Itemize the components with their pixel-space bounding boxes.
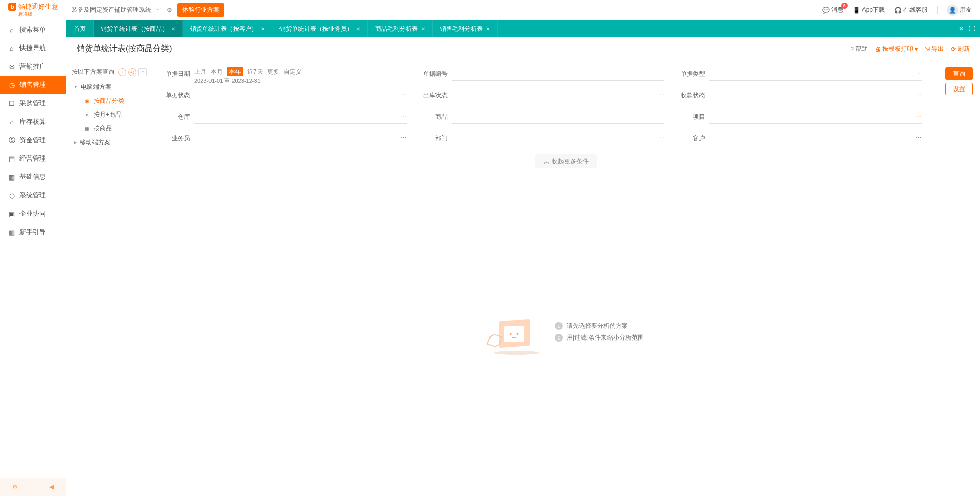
- messages-button[interactable]: 💬 消息 6: [822, 6, 844, 14]
- settings-button[interactable]: 设置: [945, 83, 973, 95]
- sidebar-item-5[interactable]: ⌂库存核算: [0, 112, 66, 131]
- scheme-item-0-2[interactable]: ▦按商品: [72, 122, 147, 136]
- filter-input[interactable]: ···: [194, 110, 407, 124]
- filter-label: 单据类型: [674, 67, 709, 78]
- date-option[interactable]: 近7天: [247, 67, 263, 76]
- sidebar-item-icon: ▤: [8, 155, 15, 162]
- sidebar-item-7[interactable]: ▤经营管理: [0, 149, 66, 168]
- user-menu[interactable]: 👤 用友: [947, 5, 972, 16]
- help-button[interactable]: ? 帮助: [850, 44, 868, 53]
- tab-label: 销货单统计表（按客户）: [190, 25, 258, 33]
- filter-input[interactable]: ﹀: [452, 89, 664, 102]
- close-icon[interactable]: ✕: [261, 26, 265, 32]
- refresh-icon: ⟳: [951, 46, 956, 53]
- sidebar-item-2[interactable]: ✉营销推广: [0, 57, 66, 76]
- close-icon[interactable]: ✕: [356, 26, 360, 32]
- export-button[interactable]: ⇲ 导出: [925, 44, 944, 53]
- step-number-icon: 1: [555, 322, 563, 330]
- tab-2[interactable]: 销货单统计表（按客户）✕: [183, 20, 272, 37]
- collapse-filters-button[interactable]: ︽ 收起更多条件: [535, 154, 597, 168]
- print-label: 按模板打印: [882, 44, 913, 53]
- filter-input[interactable]: ﹀: [709, 89, 922, 102]
- step-number-icon: 2: [555, 334, 563, 342]
- filter-label: 单据日期: [159, 67, 194, 78]
- sidebar-item-icon: ◷: [8, 81, 15, 88]
- fullscreen-icon[interactable]: ⛶: [969, 25, 975, 32]
- tab-4[interactable]: 商品毛利分析表✕: [368, 20, 433, 37]
- tab-1[interactable]: 销货单统计表（按商品）✕: [94, 20, 183, 37]
- chevron-down-icon: ﹀: [660, 135, 664, 142]
- close-icon[interactable]: ✕: [421, 26, 425, 32]
- close-icon[interactable]: ✕: [171, 26, 175, 32]
- filter-input[interactable]: ···: [709, 110, 922, 124]
- logo-text: 畅捷通好生意: [18, 2, 58, 11]
- sidebar-item-8[interactable]: ▦基础信息: [0, 168, 66, 186]
- sidebar-item-3[interactable]: ◷销售管理: [0, 76, 66, 94]
- sidebar-item-1[interactable]: ⌂快捷导航: [0, 39, 66, 57]
- tab-0[interactable]: 首页: [66, 20, 94, 37]
- sidebar-item-10[interactable]: ▣企业协同: [0, 205, 66, 223]
- filter-label: 项目: [674, 110, 709, 121]
- sidebar-item-6[interactable]: Ⓢ资金管理: [0, 131, 66, 149]
- filter-2-2: 项目···: [674, 110, 922, 128]
- experience-button[interactable]: 体验行业方案: [177, 3, 224, 17]
- filter-input[interactable]: ···: [709, 132, 922, 145]
- sidebar-item-0[interactable]: ⌕搜索菜单: [0, 20, 66, 39]
- tabs-right: ✕ ⛶: [953, 20, 980, 37]
- date-option[interactable]: 上月: [194, 67, 206, 76]
- app-download-button[interactable]: 📱 App下载: [853, 6, 885, 14]
- date-range: 2023-01-01 至 2023-12-31: [194, 77, 407, 85]
- sidebar-item-label: 企业协同: [19, 209, 46, 218]
- scheme-settings-button[interactable]: ◎: [128, 68, 136, 76]
- system-selector[interactable]: 装备及固定资产辅助管理系统 ﹀: [72, 6, 161, 14]
- close-all-tabs-icon[interactable]: ✕: [959, 25, 964, 32]
- sidebar-item-label: 经营管理: [19, 154, 46, 163]
- filter-input[interactable]: ﹀: [452, 132, 664, 145]
- settings-icon[interactable]: ⚙: [12, 483, 18, 490]
- online-service-button[interactable]: 🎧 在线客服: [894, 6, 928, 14]
- date-option[interactable]: 更多: [267, 67, 279, 76]
- date-option[interactable]: 本月: [211, 67, 223, 76]
- sidebar-item-label: 采购管理: [19, 99, 46, 108]
- add-scheme-button[interactable]: +: [118, 68, 126, 76]
- filter-input[interactable]: ···: [452, 110, 664, 124]
- filter-input[interactable]: ﹀: [709, 67, 922, 81]
- scheme-group-0[interactable]: ▼电脑端方案: [72, 80, 147, 94]
- collapse-sidebar-icon[interactable]: ◀: [49, 483, 54, 490]
- tab-label: 销货单统计表（按业务员）: [279, 25, 353, 33]
- filter-0-1: 单据编号: [417, 67, 664, 85]
- close-icon[interactable]: ✕: [486, 26, 490, 32]
- collapse-scheme-panel-button[interactable]: «: [138, 68, 147, 76]
- filter-0-0: 单据日期上月本月本年近7天更多自定义2023-01-01 至 2023-12-3…: [159, 67, 407, 85]
- print-template-button[interactable]: 🖨 按模板打印 ▾: [875, 44, 918, 53]
- scheme-group-1[interactable]: ▶移动端方案: [72, 136, 147, 149]
- scheme-item-icon: ▦: [84, 125, 90, 132]
- date-option[interactable]: 自定义: [284, 67, 302, 76]
- query-button[interactable]: 查询: [945, 67, 973, 80]
- collapse-filters-label: 收起更多条件: [552, 157, 589, 166]
- divider: [937, 6, 938, 14]
- message-icon: 💬: [822, 7, 830, 14]
- sidebar-item-icon: ⌕: [8, 26, 15, 33]
- help-icon: ?: [850, 46, 854, 53]
- sidebar-item-9[interactable]: ◌系统管理: [0, 186, 66, 205]
- gear-icon[interactable]: ⚙: [167, 7, 172, 14]
- chevron-down-icon: ﹀: [402, 92, 407, 99]
- chevron-down-icon: ﹀: [660, 92, 664, 99]
- scheme-item-0-0[interactable]: ◉按商品分类: [72, 94, 147, 108]
- date-option[interactable]: 本年: [227, 67, 243, 76]
- scheme-item-0-1[interactable]: ≈按月+商品: [72, 108, 147, 122]
- filter-input[interactable]: ···: [194, 132, 407, 145]
- sidebar-item-11[interactable]: ▥新手引导: [0, 223, 66, 241]
- filter-input[interactable]: [452, 67, 664, 81]
- chevron-down-icon: ﹀: [917, 71, 922, 77]
- sidebar-item-4[interactable]: ☐采购管理: [0, 94, 66, 112]
- main: 首页销货单统计表（按商品）✕销货单统计表（按客户）✕销货单统计表（按业务员）✕商…: [66, 20, 980, 496]
- filter-input[interactable]: ﹀: [194, 89, 407, 102]
- empty-illustration: •_•: [488, 309, 545, 355]
- scheme-item-label: 按商品: [94, 124, 112, 133]
- tab-3[interactable]: 销货单统计表（按业务员）✕: [272, 20, 368, 37]
- tab-5[interactable]: 销售毛利分析表✕: [433, 20, 498, 37]
- logo: b 畅捷通好生意 标准版: [8, 2, 66, 18]
- refresh-button[interactable]: ⟳ 刷新: [951, 44, 970, 53]
